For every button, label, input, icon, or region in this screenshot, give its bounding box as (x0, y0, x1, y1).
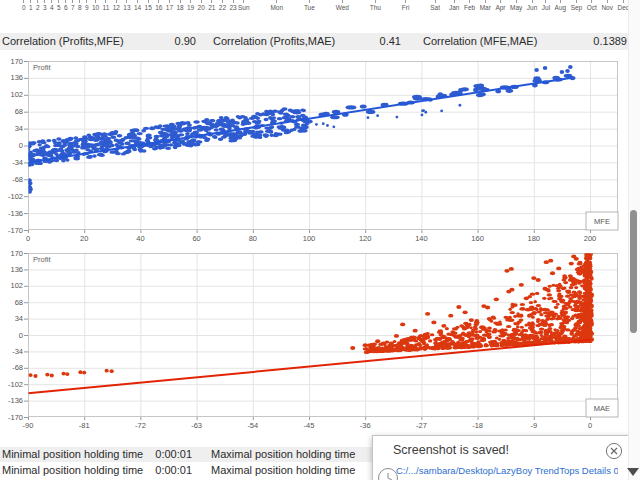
max-holding-time-label: Maximal position holding time (211, 447, 355, 462)
scrollbar-down-arrow[interactable] (627, 468, 639, 476)
y-tick-label: 170 (10, 249, 23, 258)
x-tick-label: -63 (191, 421, 202, 430)
y-tick-label: -170 (8, 413, 23, 422)
screenshot-file-link[interactable]: C:/.../sambara/Desktop/LazyBoy TrendTops… (396, 465, 618, 476)
x-tick-label: -27 (416, 421, 427, 430)
x-tick-label: -81 (79, 421, 90, 430)
x-tick-label: -90 (23, 421, 34, 430)
min-holding-time-value: 0:00:01 (120, 463, 192, 478)
max-holding-time-label: Maximal position holding time (211, 463, 355, 478)
x-tick-label: -45 (304, 421, 315, 430)
profit-vs-mae-chart: 17013610268340-34-68-102-136-170-90-81-7… (0, 0, 640, 480)
profit-axis-label: Profit (33, 255, 51, 264)
y-tick-label: 102 (10, 281, 23, 290)
x-tick-label: -54 (247, 421, 258, 430)
x-tick-label: -36 (360, 421, 371, 430)
axis-name-label: MAE (594, 404, 610, 413)
x-tick-label: -18 (472, 421, 483, 430)
y-tick-label: 136 (10, 265, 23, 274)
y-tick-label: -68 (12, 363, 23, 372)
toast-title: Screenshot is saved! (393, 443, 509, 457)
y-tick-label: 0 (19, 331, 23, 340)
toast-close-button[interactable] (605, 442, 623, 460)
min-holding-time-value: 0:00:01 (120, 447, 192, 462)
toast-notification: Screenshot is saved! C:/.../sambara/Desk… (372, 435, 631, 480)
x-tick-label: -72 (135, 421, 146, 430)
x-tick-label: 0 (588, 421, 592, 430)
x-tick-label: -9 (530, 421, 537, 430)
y-tick-label: -102 (8, 380, 23, 389)
strategy-tester-report: 01234567891011121314151617181920212223 S… (0, 0, 640, 480)
y-tick-label: 34 (15, 314, 23, 323)
scrollbar-thumb[interactable] (630, 210, 637, 333)
y-tick-label: 68 (15, 298, 23, 307)
y-tick-label: -34 (12, 347, 23, 356)
y-tick-label: -136 (8, 396, 23, 405)
